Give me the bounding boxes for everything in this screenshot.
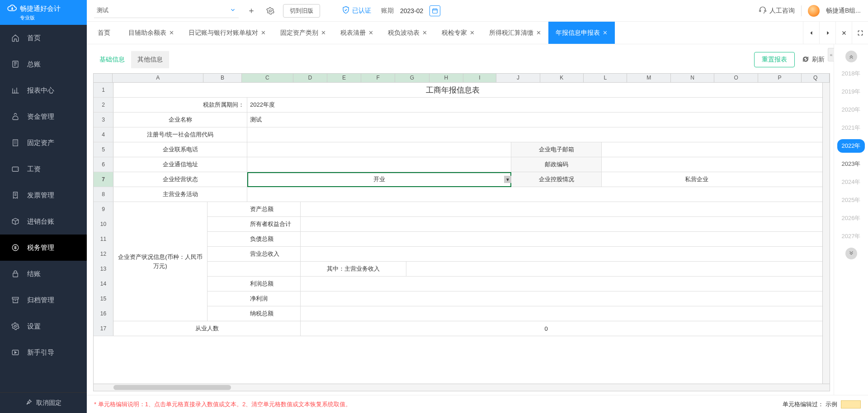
col-header-E[interactable]: E [327, 74, 361, 82]
nav-closing[interactable]: 结账 [0, 261, 87, 287]
col-header-A[interactable]: A [113, 74, 203, 82]
row-header[interactable]: 7 [94, 172, 113, 187]
cell-value[interactable] [247, 187, 792, 202]
cell[interactable] [208, 202, 247, 216]
sheet-title[interactable]: 工商年报信息表 [113, 83, 792, 97]
company-selector[interactable]: 测试 [94, 4, 239, 18]
row-header[interactable]: 14 [94, 277, 113, 291]
close-icon[interactable]: ✕ [321, 29, 326, 36]
close-icon[interactable]: ✕ [169, 29, 174, 36]
cell[interactable] [208, 247, 247, 261]
row-header[interactable]: 1 [94, 83, 113, 97]
calendar-button[interactable] [429, 5, 440, 16]
row-header[interactable]: 15 [94, 291, 113, 306]
scrollbar-thumb[interactable] [113, 385, 231, 390]
tab-tax-expert[interactable]: 税检专家✕ [434, 22, 482, 44]
row-header[interactable]: 17 [94, 321, 113, 336]
tab-tax-fluctuation[interactable]: 税负波动表✕ [381, 22, 434, 44]
cell-value[interactable] [247, 157, 511, 172]
nav-settings[interactable]: 设置 [0, 313, 87, 339]
cell-value[interactable] [602, 157, 792, 172]
tabs-scroll-right[interactable] [819, 22, 835, 44]
col-header-Q[interactable]: Q [802, 74, 830, 82]
cell-dropdown-handle[interactable]: ▼ [504, 176, 511, 183]
tab-home[interactable]: 首页 [87, 22, 121, 44]
cell-label[interactable]: 企业通信地址 [113, 157, 247, 172]
cell-value[interactable] [406, 262, 752, 276]
row-header[interactable]: 3 [94, 113, 113, 127]
row-header[interactable]: 6 [94, 157, 113, 172]
add-button[interactable] [245, 5, 258, 17]
inner-tab-basic[interactable]: 基础信息 [93, 51, 131, 68]
tab-income-tax[interactable]: 所得税汇算清缴✕ [482, 22, 548, 44]
year-2027[interactable]: 2027年 [837, 230, 865, 243]
cell-label[interactable]: 税款所属期间： [113, 98, 247, 112]
user-name[interactable]: 畅捷通B组... [826, 7, 861, 15]
nav-guide[interactable]: 新手引导 [0, 339, 87, 366]
cell-value[interactable] [247, 142, 511, 157]
close-icon[interactable]: ✕ [261, 29, 266, 36]
tab-tax-book[interactable]: 税表清册✕ [333, 22, 381, 44]
cell-label[interactable]: 企业电子邮箱 [511, 142, 602, 157]
row-header[interactable]: 8 [94, 187, 113, 202]
year-2020[interactable]: 2020年 [837, 103, 865, 117]
cell-label[interactable]: 营业总收入 [247, 247, 301, 261]
nav-tax[interactable]: 税务管理 [0, 235, 87, 261]
tab-bank-recon[interactable]: 日记账与银行对账单核对✕ [181, 22, 273, 44]
support-button[interactable]: 人工咨询 [759, 6, 795, 15]
tabs-scroll-left[interactable] [803, 22, 819, 44]
cell-label[interactable]: 所有者权益合计 [247, 217, 301, 231]
nav-home[interactable]: 首页 [0, 25, 87, 51]
cell-label[interactable]: 负债总额 [247, 232, 301, 246]
nav-invoice[interactable]: 发票管理 [0, 182, 87, 208]
col-header-P[interactable]: P [758, 74, 802, 82]
year-rail-collapse[interactable]: « [828, 48, 834, 61]
row-header[interactable]: 11 [94, 232, 113, 247]
year-scroll-down[interactable] [845, 248, 857, 259]
settings-button[interactable] [264, 5, 277, 17]
cell-label[interactable]: 主营业务活动 [113, 187, 247, 202]
col-header-I[interactable]: I [463, 74, 496, 82]
year-2024[interactable]: 2024年 [837, 175, 865, 189]
close-icon[interactable]: ✕ [536, 29, 541, 36]
verified-badge[interactable]: 已认证 [342, 6, 371, 15]
row-header[interactable]: 5 [94, 142, 113, 157]
cell-label[interactable]: 注册号/统一社会信用代码 [113, 127, 247, 142]
col-header-O[interactable]: O [714, 74, 758, 82]
cell-value[interactable] [301, 232, 752, 246]
close-all-tabs[interactable] [835, 22, 852, 44]
cell-label[interactable]: 企业名称 [113, 113, 247, 127]
row-header[interactable]: 16 [94, 306, 113, 321]
close-icon[interactable]: ✕ [603, 29, 608, 36]
cell-value[interactable]: 测试 [247, 113, 792, 127]
cell-value[interactable] [301, 202, 752, 216]
switch-old-version-button[interactable]: 切到旧版 [283, 4, 320, 18]
nav-salary[interactable]: 工资 [0, 156, 87, 182]
merged-label-assets[interactable]: 企业资产状况信息(币种：人民币万元) [113, 202, 208, 321]
cell[interactable] [208, 277, 247, 291]
select-all-corner[interactable] [94, 74, 113, 82]
reset-report-button[interactable]: 重置报表 [754, 52, 795, 67]
row-header[interactable]: 12 [94, 247, 113, 262]
sheet-vertical-scrollbar[interactable] [822, 83, 830, 384]
cell[interactable] [208, 262, 247, 276]
cell-value[interactable]: 0 [301, 321, 792, 336]
year-2025[interactable]: 2025年 [837, 193, 865, 207]
refresh-button[interactable]: 刷新 [802, 56, 830, 64]
col-header-C[interactable]: C [242, 74, 293, 82]
cell-value-selected[interactable]: 开业 [247, 172, 511, 187]
cell-label[interactable]: 企业控股情况 [511, 172, 602, 187]
col-header-H[interactable]: H [429, 74, 463, 82]
close-icon[interactable]: ✕ [368, 29, 373, 36]
row-header[interactable]: 4 [94, 127, 113, 142]
tab-asset-category[interactable]: 固定资产类别✕ [273, 22, 333, 44]
nav-archive[interactable]: 归档管理 [0, 287, 87, 313]
col-header-J[interactable]: J [496, 74, 540, 82]
cell[interactable] [208, 306, 247, 321]
cell-value[interactable] [247, 127, 792, 142]
col-header-N[interactable]: N [671, 74, 714, 82]
col-header-L[interactable]: L [584, 74, 627, 82]
sheet-horizontal-scrollbar[interactable] [94, 384, 830, 391]
row-header[interactable]: 9 [94, 202, 113, 217]
cell-value[interactable]: 2022年度 [247, 98, 792, 112]
